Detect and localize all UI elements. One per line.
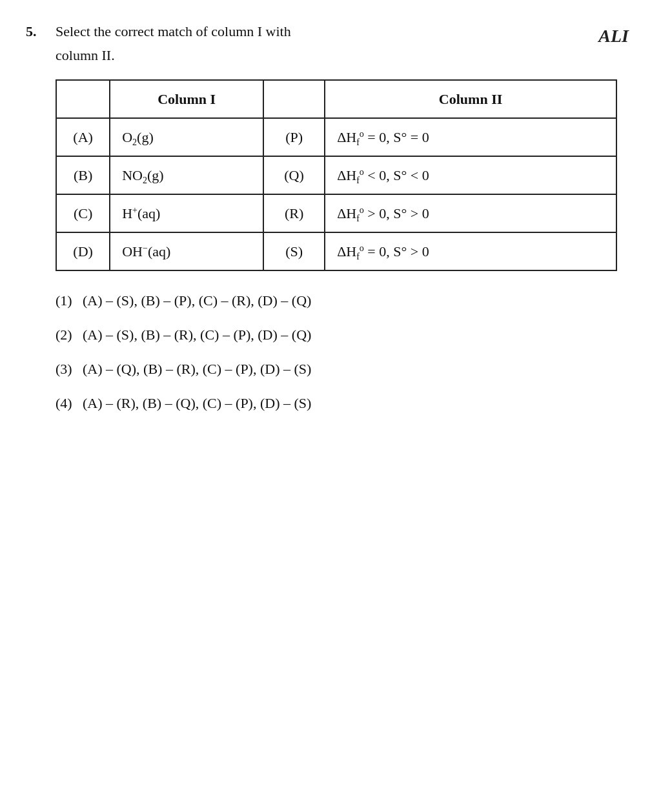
row-A-col-I: O2(g) (110, 118, 263, 156)
table-row: (B) NO2(g) (Q) ΔHfo < 0, S° < 0 (56, 156, 616, 194)
row-D-mid: (S) (263, 232, 325, 270)
row-D-label: (D) (56, 232, 110, 270)
row-D-col-II: ΔHfo = 0, S° > 0 (325, 232, 616, 270)
row-C-col-I: H+(aq) (110, 194, 263, 232)
row-D-col-I: OH−(aq) (110, 232, 263, 270)
option-3-text: (A) – (Q), (B) – (R), (C) – (P), (D) – (… (83, 358, 311, 380)
row-A-label: (A) (56, 118, 110, 156)
brand-tag: ALI (598, 26, 629, 46)
option-2-num: (2) (56, 323, 74, 346)
match-table-container: Column I Column II (A) O2(g) (P) ΔHfo = … (56, 79, 635, 271)
question-text: Select the correct match of column I wit… (56, 19, 291, 68)
row-B-col-I: NO2(g) (110, 156, 263, 194)
table-row: (D) OH−(aq) (S) ΔHfo = 0, S° > 0 (56, 232, 616, 270)
option-4-num: (4) (56, 392, 74, 414)
question-header: 5. Select the correct match of column I … (26, 19, 635, 68)
option-1-text: (A) – (S), (B) – (P), (C) – (R), (D) – (… (83, 289, 311, 312)
list-item[interactable]: (4) (A) – (R), (B) – (Q), (C) – (P), (D)… (56, 392, 635, 414)
row-C-mid: (R) (263, 194, 325, 232)
header-empty (56, 80, 110, 118)
options-list: (1) (A) – (S), (B) – (P), (C) – (R), (D)… (56, 289, 635, 415)
row-C-label: (C) (56, 194, 110, 232)
header-mid-empty (263, 80, 325, 118)
option-2-text: (A) – (S), (B) – (R), (C) – (P), (D) – (… (83, 323, 311, 346)
row-B-col-II: ΔHfo < 0, S° < 0 (325, 156, 616, 194)
match-table: Column I Column II (A) O2(g) (P) ΔHfo = … (56, 79, 617, 271)
row-A-mid: (P) (263, 118, 325, 156)
list-item[interactable]: (1) (A) – (S), (B) – (P), (C) – (R), (D)… (56, 289, 635, 312)
option-4-text: (A) – (R), (B) – (Q), (C) – (P), (D) – (… (83, 392, 311, 414)
row-A-col-II: ΔHfo = 0, S° = 0 (325, 118, 616, 156)
option-3-num: (3) (56, 358, 74, 380)
row-B-label: (B) (56, 156, 110, 194)
row-C-col-II: ΔHfo > 0, S° > 0 (325, 194, 616, 232)
header-column-I: Column I (110, 80, 263, 118)
question-number: 5. (26, 19, 45, 43)
list-item[interactable]: (3) (A) – (Q), (B) – (R), (C) – (P), (D)… (56, 358, 635, 380)
header-column-II: Column II (325, 80, 616, 118)
table-row: (C) H+(aq) (R) ΔHfo > 0, S° > 0 (56, 194, 616, 232)
list-item[interactable]: (2) (A) – (S), (B) – (R), (C) – (P), (D)… (56, 323, 635, 346)
table-row: (A) O2(g) (P) ΔHfo = 0, S° = 0 (56, 118, 616, 156)
row-B-mid: (Q) (263, 156, 325, 194)
option-1-num: (1) (56, 289, 74, 312)
